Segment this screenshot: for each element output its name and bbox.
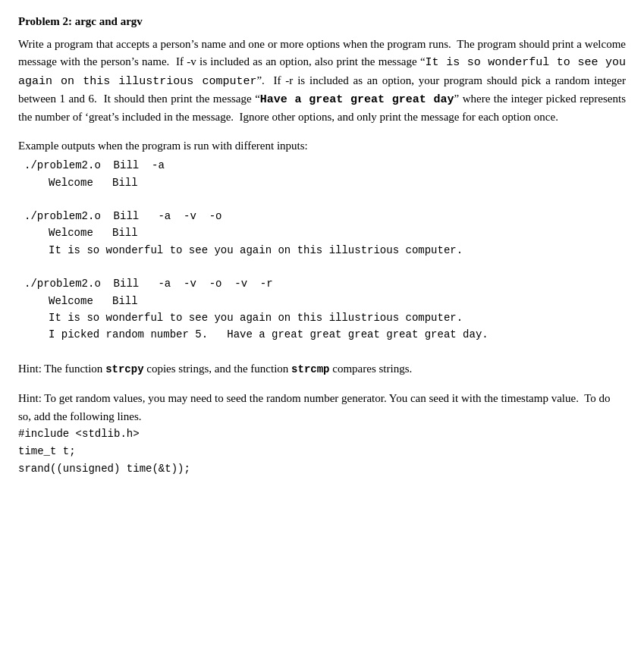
hint-2: Hint: To get random values, you may need… (18, 390, 626, 478)
hint-2-intro: Hint: To get random values, you may need… (18, 390, 626, 425)
hint-1: Hint: The function strcpy copies strings… (18, 360, 626, 378)
example-1-code: ./problem2.o Bill -a Welcome Bill (24, 157, 626, 191)
problem-title: Problem 2: argc and argv (18, 15, 626, 28)
examples-section: Example outputs when the program is run … (18, 140, 626, 344)
strcmp-code: strcmp (291, 363, 329, 375)
example-intro-label: Example outputs when the program is run … (18, 140, 626, 152)
hint-2-code: #include <stdlib.h>time_t t;srand((unsig… (18, 425, 626, 478)
example-2-code: ./problem2.o Bill -a -v -o Welcome Bill … (24, 208, 626, 259)
example-3: ./problem2.o Bill -a -v -o -v -r Welcome… (18, 275, 626, 344)
page-container: Problem 2: argc and argv Write a program… (18, 15, 626, 478)
example-2: ./problem2.o Bill -a -v -o Welcome Bill … (18, 208, 626, 259)
problem-description: Write a program that accepts a person’s … (18, 36, 626, 126)
example-1: ./problem2.o Bill -a Welcome Bill (18, 157, 626, 191)
strcpy-code: strcpy (105, 363, 143, 375)
example-3-code: ./problem2.o Bill -a -v -o -v -r Welcome… (24, 275, 626, 344)
